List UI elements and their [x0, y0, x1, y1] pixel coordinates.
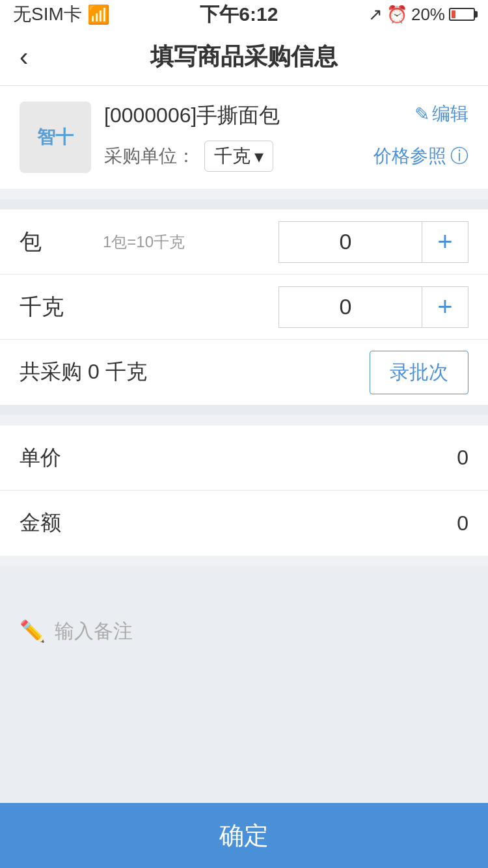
- bag-sub-label: 1包=10千克: [103, 232, 185, 252]
- battery-percent: 20%: [411, 5, 445, 25]
- unit-price-row: 单价 0: [0, 426, 488, 491]
- edit-label: 编辑: [432, 102, 468, 126]
- total-row: 共采购 0 千克 录批次: [0, 340, 488, 405]
- remarks-section[interactable]: ✏️ 输入备注: [0, 566, 488, 696]
- question-icon: ⓘ: [450, 144, 468, 169]
- pencil-icon: ✏️: [20, 619, 46, 644]
- bag-input-right: +: [278, 221, 468, 263]
- price-ref-label: 价格参照: [373, 144, 446, 169]
- section-divider-2: [0, 405, 488, 415]
- amount-value: 0: [457, 511, 468, 536]
- back-button[interactable]: ‹: [20, 42, 28, 72]
- unit-select[interactable]: 千克 ▾: [204, 141, 273, 172]
- kg-input-row: 千克 +: [0, 275, 488, 340]
- alarm-icon: ⏰: [386, 5, 407, 25]
- status-right: ↗ ⏰ 20%: [368, 5, 475, 25]
- edit-button[interactable]: ✎ 编辑: [414, 102, 468, 126]
- unit-value: 千克: [214, 144, 251, 169]
- product-card: 智十 [0000006]手撕面包 ✎ 编辑 采购单位： 千克 ▾ 价格参照 ⓘ: [0, 86, 488, 189]
- price-ref-button[interactable]: 价格参照 ⓘ: [373, 144, 468, 169]
- total-label: 共采购 0 千克: [20, 358, 147, 387]
- battery-icon: [449, 8, 475, 21]
- input-section: 包 1包=10千克 + 千克 +: [0, 210, 488, 340]
- nav-bar: ‹ 填写商品采购信息: [0, 29, 488, 86]
- wifi-icon: 📶: [87, 4, 110, 25]
- bag-label: 包: [20, 227, 98, 257]
- unit-price-value: 0: [457, 446, 468, 470]
- bag-input-row: 包 1包=10千克 +: [0, 210, 488, 275]
- kg-input-right: +: [278, 286, 468, 328]
- section-divider-1: [0, 199, 488, 210]
- price-section: 单价 0 金额 0: [0, 426, 488, 556]
- location-icon: ↗: [368, 5, 383, 25]
- remarks-placeholder: 输入备注: [55, 618, 133, 645]
- kg-quantity-input[interactable]: [278, 286, 422, 328]
- product-image: 智十: [20, 102, 91, 173]
- kg-plus-button[interactable]: +: [422, 286, 468, 328]
- bag-plus-button[interactable]: +: [422, 221, 468, 263]
- carrier-text: 无SIM卡: [13, 2, 82, 27]
- status-left: 无SIM卡 📶: [13, 2, 110, 27]
- confirm-button[interactable]: 确定: [0, 803, 488, 868]
- status-bar: 无SIM卡 📶 下午6:12 ↗ ⏰ 20%: [0, 0, 488, 29]
- product-logo: 智十: [37, 125, 74, 150]
- page-title: 填写商品采购信息: [150, 41, 338, 73]
- chevron-down-icon: ▾: [254, 146, 264, 167]
- edit-icon: ✎: [414, 103, 429, 125]
- record-batch-button[interactable]: 录批次: [370, 351, 468, 394]
- product-info: [0000006]手撕面包 ✎ 编辑 采购单位： 千克 ▾ 价格参照 ⓘ: [104, 102, 468, 172]
- amount-row: 金额 0: [0, 491, 488, 556]
- product-name: [0000006]手撕面包: [104, 102, 280, 130]
- status-time: 下午6:12: [200, 1, 278, 28]
- amount-label: 金额: [20, 509, 61, 537]
- unit-price-label: 单价: [20, 444, 61, 472]
- bag-quantity-input[interactable]: [278, 221, 422, 263]
- unit-label: 采购单位：: [104, 144, 195, 169]
- kg-label: 千克: [20, 292, 98, 322]
